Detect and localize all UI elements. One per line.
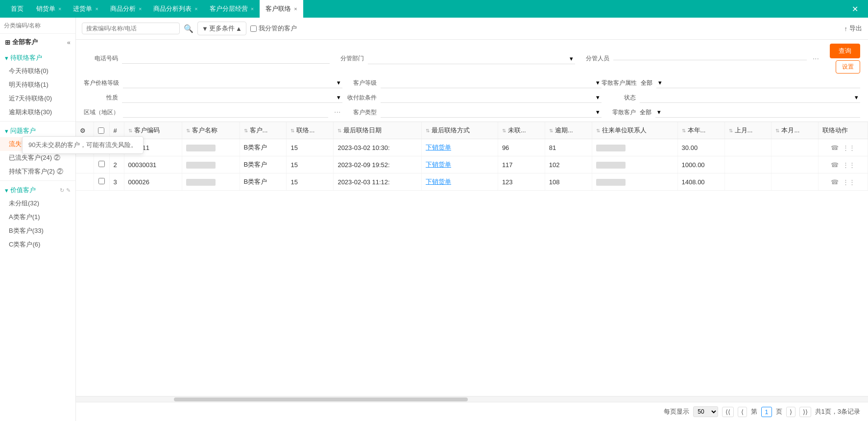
action-contact-icon-2[interactable]: ☎ <box>831 178 839 186</box>
sidebar-item-declining[interactable]: 持续下滑客户(2) ② <box>0 165 75 178</box>
region-input[interactable] <box>123 107 328 118</box>
col-contacts[interactable]: ⇅ 联络... <box>287 122 334 139</box>
nav-tab-sales[interactable]: 销货单 × <box>30 0 67 18</box>
sidebar-item-overdue[interactable]: 逾期未联络(30) <box>0 105 75 119</box>
last-method-link-1[interactable]: 下销货单 <box>426 161 451 168</box>
nav-tab-goods-list[interactable]: 商品分析列表 × <box>147 0 203 18</box>
nav-home[interactable]: 首页 <box>4 0 30 18</box>
first-page-btn[interactable]: ⟨⟨ <box>722 407 734 417</box>
cell-action-0[interactable]: ☎ ⋮⋮ <box>819 139 868 156</box>
sidebar-item-b-class[interactable]: B类客户(33) <box>0 224 75 238</box>
nav-tab-goods-analysis[interactable]: 商品分析 × <box>104 0 147 18</box>
col-last-contact-date[interactable]: ⇅ 最后联络日期 <box>334 122 422 139</box>
my-customers-label: 我分管的客户 <box>259 24 297 33</box>
last-method-link-2[interactable]: 下销货单 <box>426 178 451 185</box>
close-sales-tab[interactable]: × <box>58 6 61 12</box>
cell-contacts-0: 15 <box>287 139 334 156</box>
close-goods-list-tab[interactable]: × <box>194 6 197 12</box>
manager-select[interactable] <box>613 57 806 60</box>
nav-tab-customer-layers[interactable]: 客户分层经营 × <box>204 0 260 18</box>
scroll-thumb[interactable] <box>174 397 468 401</box>
col-unit-contacts[interactable]: ⇅ 往来单位联系人 <box>592 122 677 139</box>
col-this-month[interactable]: ⇅ 本月... <box>772 122 819 139</box>
last-page-btn[interactable]: ⟩⟩ <box>799 407 811 417</box>
customer-type-label: 客户类型 <box>342 108 377 117</box>
cell-overdue-0: 81 <box>545 139 592 156</box>
action-more-icon-1[interactable]: ⋮⋮ <box>843 161 855 169</box>
status-select[interactable]: ▾ <box>640 92 860 103</box>
phone-input[interactable] <box>122 53 330 64</box>
collapse-icon[interactable]: « <box>67 39 71 46</box>
close-goods-analysis-tab[interactable]: × <box>139 6 142 12</box>
col-overdue[interactable]: ⇅ 逾期... <box>545 122 592 139</box>
customer-level-select[interactable]: ▾ <box>381 77 601 88</box>
sidebar-item-tomorrow[interactable]: 明天待联络(1) <box>0 78 75 92</box>
all-customers-item[interactable]: ⊞ 全部客户 « <box>0 34 75 50</box>
select-all-checkbox[interactable] <box>98 127 104 134</box>
filter-row-2: 客户价格等级 ▾ 客户等级 ▾ 零散客户属性 全部 <box>84 77 860 88</box>
col-last-contact-method[interactable]: ⇅ 最后联络方式 <box>422 122 498 139</box>
department-label: 分管部门 <box>330 54 364 63</box>
cell-action-1[interactable]: ☎ ⋮⋮ <box>819 156 868 173</box>
sidebar-item-ungrouped[interactable]: 未分组(32) <box>0 197 75 210</box>
status-label: 状态 <box>602 94 636 102</box>
group-title-pending[interactable]: ▾ 待联络客户 <box>0 50 75 64</box>
action-more-icon-0[interactable]: ⋮⋮ <box>843 144 855 151</box>
sidebar-item-a-class[interactable]: A类客户(1) <box>0 210 75 224</box>
cell-name-1 <box>182 156 240 173</box>
price-level-select[interactable]: ▾ <box>123 77 342 88</box>
action-contact-icon-1[interactable]: ☎ <box>831 161 839 169</box>
col-customer-type[interactable]: ⇅ 客户... <box>240 122 287 139</box>
last-method-link-0[interactable]: 下销货单 <box>426 144 451 151</box>
per-page-select[interactable]: 50 20 100 <box>693 406 718 417</box>
retail-customer-select[interactable]: ▾ <box>655 107 860 118</box>
horizontal-scrollbar[interactable] <box>76 396 868 402</box>
filter-cell-phone: 电话号码 <box>84 53 330 64</box>
cell-checkbox-1[interactable] <box>94 156 109 173</box>
payment-select[interactable]: ▾ <box>381 92 601 103</box>
department-select[interactable]: ▾ <box>368 53 576 64</box>
customer-type-select[interactable]: ▾ <box>381 107 601 118</box>
nav-tab-customer-contact[interactable]: 客户联络 × <box>260 0 303 18</box>
action-contact-icon-0[interactable]: ☎ <box>831 144 839 151</box>
edit-icon[interactable]: ✎ <box>66 187 71 194</box>
my-customers-checkbox-label[interactable]: 我分管的客户 <box>250 24 297 33</box>
group-title-value[interactable]: ▾ 价值客户 ↻ ✎ <box>0 183 75 197</box>
filter-search-button[interactable]: 🔍 <box>184 24 193 33</box>
next-page-btn[interactable]: ⟩ <box>786 407 796 417</box>
prev-page-btn[interactable]: ⟨ <box>738 407 747 417</box>
col-this-year[interactable]: ⇅ 本年... <box>677 122 724 139</box>
cell-action-2[interactable]: ☎ ⋮⋮ <box>819 173 868 191</box>
my-customers-checkbox[interactable] <box>250 25 257 32</box>
close-customer-layers-tab[interactable]: × <box>251 6 254 12</box>
nav-tab-purchase[interactable]: 进货单 × <box>67 0 104 18</box>
more-conditions-btn[interactable]: ▼ 更多条件 ▲ <box>197 22 246 35</box>
sidebar-search-input[interactable] <box>4 22 76 29</box>
window-close-btn[interactable]: ✕ <box>846 4 864 14</box>
col-last-month[interactable]: ⇅ 上月... <box>724 122 772 139</box>
close-purchase-tab[interactable]: × <box>95 6 98 12</box>
cell-checkbox-2[interactable] <box>94 173 109 191</box>
col-not-contacted[interactable]: ⇅ 未联... <box>498 122 545 139</box>
settings-button[interactable]: 设置 <box>836 60 860 74</box>
customer-level-chevron: ▾ <box>596 79 600 86</box>
filter-search-input[interactable] <box>82 23 180 34</box>
retail-attr-select[interactable]: ▾ <box>656 77 860 88</box>
cell-last-date-0: 2023-03-02 10:30: <box>334 139 422 156</box>
sidebar-item-today[interactable]: 今天待联络(0) <box>0 64 75 78</box>
filter-row-4: 区域（地区） ··· 客户类型 ▾ 零散客户 全部 ▾ <box>84 107 860 118</box>
sidebar-item-c-class[interactable]: C类客户(6) <box>0 238 75 251</box>
col-customer-name[interactable]: ⇅ 客户名称 <box>182 122 240 139</box>
region-dots[interactable]: ··· <box>332 108 342 117</box>
action-more-icon-2[interactable]: ⋮⋮ <box>843 178 855 186</box>
cell-name-0 <box>182 139 240 156</box>
refresh-icon[interactable]: ↻ <box>60 187 64 194</box>
close-customer-contact-tab[interactable]: × <box>294 6 297 12</box>
export-btn[interactable]: ↑ 导出 <box>844 24 863 33</box>
manager-dots[interactable]: ··· <box>811 54 821 63</box>
sidebar-item-7days[interactable]: 近7天待联络(0) <box>0 92 75 105</box>
gender-select[interactable]: ▾ <box>122 92 342 103</box>
group-title-problem[interactable]: ▾ 问题客户 <box>0 124 75 137</box>
group-pending-label: 待联络客户 <box>10 53 42 62</box>
query-button[interactable]: 查询 <box>830 44 860 58</box>
